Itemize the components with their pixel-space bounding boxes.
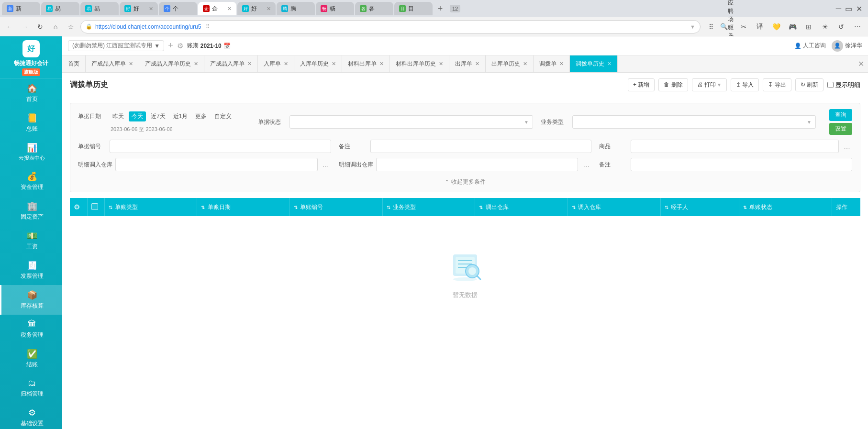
more-btn[interactable]: ⋯ xyxy=(851,20,864,33)
sidebar-item-inventory[interactable]: 📦 库存核算 xyxy=(0,285,62,315)
add-company-btn[interactable]: + xyxy=(168,41,173,51)
new-tab-button[interactable]: + xyxy=(434,2,447,15)
translate-btn[interactable]: 译 xyxy=(753,20,767,33)
tab-in-order-close[interactable]: ✕ xyxy=(284,61,288,67)
status-select[interactable]: ▼ xyxy=(289,115,533,129)
table-col-settings[interactable]: ⚙ xyxy=(70,198,87,216)
tab-prod-in-hist-close[interactable]: ✕ xyxy=(194,61,198,67)
import-btn[interactable]: ↥ 导入 xyxy=(731,78,759,91)
scissors-icon-btn[interactable]: ✂ xyxy=(737,20,750,33)
user-info[interactable]: 👤 徐泽华 xyxy=(832,40,862,52)
table-col-checkbox[interactable] xyxy=(87,198,104,216)
remark-input[interactable] xyxy=(370,140,592,153)
tab-mat-out-close[interactable]: ✕ xyxy=(379,61,384,67)
address-bar[interactable]: 🔒 https://cloud.chanjet.com/accounting/u… xyxy=(80,20,701,33)
new-btn[interactable]: + 新增 xyxy=(628,78,655,91)
browser-tab-3[interactable]: 易 易 xyxy=(80,2,119,15)
print-dropdown-arrow[interactable]: ▼ xyxy=(717,82,722,88)
table-col-out-warehouse[interactable]: ⇅ 调出仓库 xyxy=(475,198,568,216)
browser-tab-1[interactable]: 新 新 xyxy=(2,2,40,15)
browser-tab-4[interactable]: 好 好 ✕ xyxy=(120,2,158,15)
setting-button[interactable]: 设置 xyxy=(829,123,852,135)
company-selector[interactable]: (勿删勿禁用) 江西服宝测试专用 ▼ xyxy=(68,40,164,51)
maximize-button[interactable]: ▭ xyxy=(845,4,852,13)
sidebar-item-archive[interactable]: 🗂 归档管理 xyxy=(0,374,62,403)
table-select-all-checkbox[interactable] xyxy=(91,203,98,210)
sidebar-item-salary[interactable]: 💵 工资 xyxy=(0,226,62,255)
detail-out-input[interactable] xyxy=(376,158,579,171)
browser-search-btn[interactable]: 🔍 学霸应聘场驱鸟员 🔥 热搜 xyxy=(721,20,734,33)
browser-tab-2[interactable]: 易 易 xyxy=(41,2,79,15)
tab-in-hist-close[interactable]: ✕ xyxy=(332,61,336,67)
table-col-in-warehouse[interactable]: ⇅ 调入仓库 xyxy=(568,198,661,216)
more-date-btn[interactable]: 更多 xyxy=(192,111,210,121)
sidebar-item-period-end[interactable]: ✅ 结账 xyxy=(0,344,62,374)
forward-button[interactable]: → xyxy=(19,21,31,33)
collapse-filter-btn[interactable]: ⌃ 收起更多条件 xyxy=(78,176,852,186)
detail-remark-input[interactable] xyxy=(631,158,852,171)
tab-transfer-hist-close[interactable]: ✕ xyxy=(607,61,612,67)
today-btn[interactable]: 今天 xyxy=(129,111,146,121)
table-col-doc-no[interactable]: ⇅ 单账编号 xyxy=(289,198,382,216)
brightness-btn[interactable]: ☀ xyxy=(818,20,832,33)
browser-tab-7[interactable]: 好 好 ✕ xyxy=(237,2,276,15)
table-col-handler[interactable]: ⇅ 经手人 xyxy=(660,198,739,216)
home-browser-button[interactable]: ⌂ xyxy=(50,21,61,33)
service-btn[interactable]: 👤 人工咨询 xyxy=(794,42,826,50)
sidebar-item-basic[interactable]: ⚙ 基础设置 xyxy=(0,403,62,429)
tab-mat-out-hist[interactable]: 材料出库单历史 ✕ xyxy=(390,55,449,73)
tab-close-6[interactable]: ✕ xyxy=(227,6,232,12)
goods-input[interactable] xyxy=(631,140,839,153)
browser-tab-8[interactable]: 腾 腾 xyxy=(277,2,315,15)
sidebar-item-home[interactable]: 🏠 首页 xyxy=(0,78,62,108)
export-btn[interactable]: ↧ 导出 xyxy=(763,78,791,91)
tab-prod-in-hist[interactable]: 产成品入库单历史 ✕ xyxy=(139,55,204,73)
sidebar-item-reports[interactable]: 📊 云报表中心 xyxy=(0,138,62,166)
tab-close-4[interactable]: ✕ xyxy=(149,6,153,12)
close-all-tabs-btn[interactable]: ✕ xyxy=(854,59,868,68)
browser-tab-10[interactable]: 各 各 xyxy=(355,2,393,15)
close-window-button[interactable]: ✕ xyxy=(856,4,862,13)
tab-transfer-hist[interactable]: 调拨单历史 ✕ xyxy=(570,55,618,73)
tab-out-order[interactable]: 出库单 ✕ xyxy=(449,55,486,73)
tab-out-order-close[interactable]: ✕ xyxy=(475,61,479,67)
detail-out-ellipsis-btn[interactable]: … xyxy=(581,161,591,168)
biz-type-select[interactable]: ▼ xyxy=(572,115,816,129)
sidebar-item-funds[interactable]: 💰 资金管理 xyxy=(0,166,62,196)
goods-ellipsis-btn[interactable]: … xyxy=(842,143,852,150)
display-detail-checkbox[interactable] xyxy=(827,82,834,88)
display-detail-toggle[interactable]: 显示明细 xyxy=(827,81,860,89)
table-col-doc-status[interactable]: ⇅ 单账状态 xyxy=(739,198,832,216)
detail-in-input[interactable] xyxy=(115,158,318,171)
query-button[interactable]: 查询 xyxy=(829,109,852,121)
game-btn[interactable]: 🎮 xyxy=(786,20,799,33)
grid-btn[interactable]: ⊞ xyxy=(802,20,815,33)
table-col-doc-date[interactable]: ⇅ 单账日期 xyxy=(197,198,290,216)
delete-btn[interactable]: 🗑 删除 xyxy=(658,78,688,91)
browser-tab-5[interactable]: 个 个 xyxy=(159,2,197,15)
period-selector[interactable]: 账期 2021-10 📅 xyxy=(187,42,231,50)
browser-tab-9[interactable]: 畅 畅 xyxy=(316,2,354,15)
sidebar-item-invoice[interactable]: 🧾 发票管理 xyxy=(0,255,62,285)
browser-tab-6-active[interactable]: 企 企 ✕ xyxy=(198,2,236,15)
tab-prod-in2[interactable]: 产成品入库单 ✕ xyxy=(204,55,258,73)
doc-no-input[interactable] xyxy=(110,140,331,153)
print-btn[interactable]: 🖨 打印 ▼ xyxy=(692,78,727,91)
tab-home[interactable]: 首页 xyxy=(62,55,86,73)
browser-tab-11[interactable]: 目 目 xyxy=(394,2,433,15)
extensions-button[interactable]: ⠿ xyxy=(704,20,718,33)
tab-in-order[interactable]: 入库单 ✕ xyxy=(258,55,294,73)
tab-prod-in[interactable]: 产成品入库单 ✕ xyxy=(86,55,139,73)
yesterday-btn[interactable]: 昨天 xyxy=(110,111,127,121)
back-button[interactable]: ← xyxy=(4,21,15,33)
custom-date-btn[interactable]: 自定义 xyxy=(211,111,234,121)
tab-transfer-close[interactable]: ✕ xyxy=(559,61,564,67)
tab-out-hist-close[interactable]: ✕ xyxy=(523,61,527,67)
tab-close-7[interactable]: ✕ xyxy=(267,6,271,12)
sidebar-item-assets[interactable]: 🏢 固定资产 xyxy=(0,196,62,226)
table-col-biz-type[interactable]: ⇅ 业务类型 xyxy=(382,198,475,216)
tab-prod-in-close[interactable]: ✕ xyxy=(129,61,133,67)
url-dropdown-arrow[interactable]: ▼ xyxy=(690,24,695,30)
tab-in-hist[interactable]: 入库单历史 ✕ xyxy=(294,55,342,73)
month-btn[interactable]: 近1月 xyxy=(170,111,191,121)
